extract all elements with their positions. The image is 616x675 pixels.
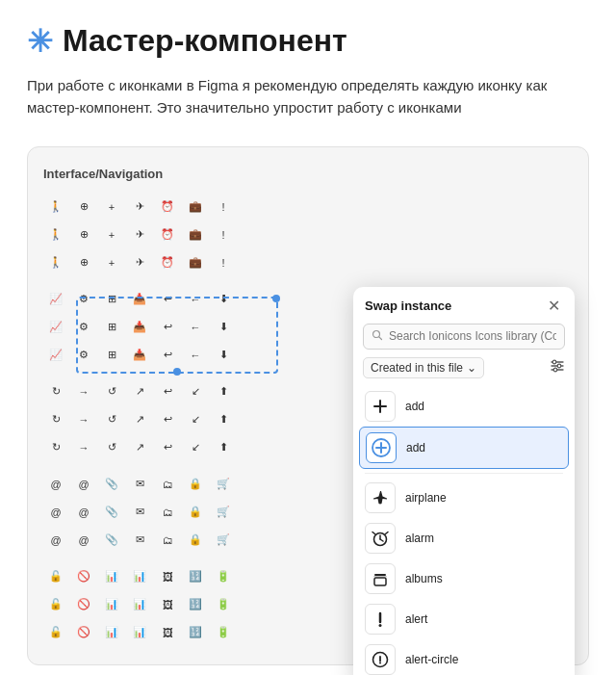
icon-cell[interactable]: 🔓 [43, 620, 68, 645]
icon-cell[interactable]: 📎 [99, 500, 124, 525]
icon-cell[interactable]: ↩ [155, 315, 180, 340]
icon-cell[interactable]: ⚙ [71, 343, 96, 368]
icon-cell[interactable]: 🚫 [71, 592, 96, 617]
icon-cell[interactable]: 📈 [43, 287, 68, 312]
icon-cell[interactable]: 🚫 [71, 564, 96, 589]
icon-cell[interactable]: ⬇ [211, 287, 236, 312]
search-bar[interactable] [363, 324, 565, 350]
adjust-icon[interactable] [550, 358, 565, 376]
icon-cell[interactable]: ↗ [127, 435, 152, 460]
icon-cell[interactable]: ✉ [127, 472, 152, 497]
icon-cell[interactable]: ⊞ [99, 315, 124, 340]
icon-cell[interactable]: + [99, 222, 124, 247]
icon-cell[interactable]: ⏰ [155, 250, 180, 275]
icon-cell[interactable]: 📥 [127, 287, 152, 312]
icon-cell[interactable]: @ [43, 500, 68, 525]
icon-cell[interactable]: 🔋 [211, 620, 236, 645]
icon-cell[interactable]: 💼 [183, 195, 208, 220]
icon-cell[interactable]: ⬆ [211, 435, 236, 460]
icon-cell[interactable]: ↩ [155, 343, 180, 368]
icon-cell[interactable]: ⬇ [211, 343, 236, 368]
icon-cell[interactable]: 🔋 [211, 564, 236, 589]
icon-cell[interactable]: 💼 [183, 250, 208, 275]
list-item[interactable]: airplane [359, 478, 569, 518]
icon-cell[interactable]: ↩ [155, 435, 180, 460]
icon-cell[interactable]: ⊕ [71, 195, 96, 220]
icon-cell[interactable]: → [71, 407, 96, 432]
icon-cell[interactable]: 🚶 [43, 250, 68, 275]
icon-cell[interactable]: 🗂 [155, 500, 180, 525]
icon-cell[interactable]: ✈ [127, 222, 152, 247]
icon-cell[interactable]: 🖼 [155, 564, 180, 589]
icon-cell[interactable]: 🚶 [43, 222, 68, 247]
icon-cell[interactable]: 🗂 [155, 472, 180, 497]
icon-cell[interactable]: ✈ [127, 250, 152, 275]
list-item[interactable]: add [359, 386, 569, 427]
icon-cell[interactable]: ! [211, 195, 236, 220]
icon-cell[interactable]: ✈ [127, 195, 152, 220]
icon-cell[interactable]: ↺ [99, 435, 124, 460]
icon-cell[interactable]: + [99, 250, 124, 275]
icon-cell[interactable]: → [71, 379, 96, 404]
icon-cell[interactable]: ⬇ [211, 315, 236, 340]
icon-cell[interactable]: 🔒 [183, 472, 208, 497]
icon-cell[interactable]: 🔢 [183, 564, 208, 589]
icon-cell[interactable]: 🔓 [43, 564, 68, 589]
filter-dropdown[interactable]: Created in this file ⌄ [363, 357, 484, 378]
close-button[interactable]: ✕ [544, 297, 563, 316]
icon-cell[interactable]: 🔋 [211, 592, 236, 617]
icon-cell[interactable]: ↩ [155, 407, 180, 432]
icon-cell[interactable]: ✉ [127, 500, 152, 525]
icon-cell[interactable]: ⚙ [71, 287, 96, 312]
icon-cell[interactable]: @ [43, 528, 68, 553]
icon-cell[interactable]: @ [71, 528, 96, 553]
list-item-active[interactable]: add [359, 427, 569, 469]
icon-cell[interactable]: ⊕ [71, 222, 96, 247]
icon-cell[interactable]: ⏰ [155, 222, 180, 247]
icon-cell[interactable]: 📈 [43, 343, 68, 368]
icon-cell[interactable]: 📊 [99, 620, 124, 645]
icon-cell[interactable]: ! [211, 222, 236, 247]
icon-cell[interactable]: 🗂 [155, 528, 180, 553]
icon-cell[interactable]: 📊 [127, 620, 152, 645]
icon-cell[interactable]: ⊕ [71, 250, 96, 275]
icon-cell[interactable]: ↙ [183, 379, 208, 404]
icon-cell[interactable]: ! [211, 250, 236, 275]
icon-cell[interactable]: ↻ [43, 407, 68, 432]
icon-cell[interactable]: 📊 [127, 592, 152, 617]
icon-cell[interactable]: ⊞ [99, 343, 124, 368]
icon-cell[interactable]: 🔢 [183, 592, 208, 617]
icon-cell[interactable]: ↗ [127, 407, 152, 432]
icon-cell[interactable]: 📊 [99, 564, 124, 589]
icon-cell[interactable]: ↙ [183, 435, 208, 460]
icon-cell[interactable]: ⊞ [99, 287, 124, 312]
icon-cell[interactable]: ↻ [43, 379, 68, 404]
icon-cell[interactable]: @ [43, 472, 68, 497]
search-input[interactable] [389, 329, 556, 343]
icon-cell[interactable]: 🔒 [183, 500, 208, 525]
icon-cell[interactable]: ⬆ [211, 379, 236, 404]
list-item[interactable]: alarm [359, 518, 569, 558]
list-item[interactable]: albums [359, 558, 569, 599]
icon-cell[interactable]: ↩ [155, 287, 180, 312]
icon-cell[interactable]: ⏰ [155, 195, 180, 220]
icon-cell[interactable]: 📎 [99, 528, 124, 553]
icon-cell[interactable]: ✉ [127, 528, 152, 553]
icon-cell[interactable]: ↺ [99, 407, 124, 432]
icon-cell[interactable]: 🛒 [211, 528, 236, 553]
icon-cell[interactable]: ← [183, 315, 208, 340]
icon-cell[interactable]: 📈 [43, 315, 68, 340]
icon-cell[interactable]: ← [183, 287, 208, 312]
icon-cell[interactable]: 🛒 [211, 500, 236, 525]
icon-cell[interactable]: ← [183, 343, 208, 368]
list-item[interactable]: alert [359, 599, 569, 639]
icon-cell[interactable]: ⬆ [211, 407, 236, 432]
icon-cell[interactable]: 📥 [127, 315, 152, 340]
icon-cell[interactable]: 🚫 [71, 620, 96, 645]
icon-cell[interactable]: 🔓 [43, 592, 68, 617]
list-item[interactable]: alert-circle [359, 639, 569, 676]
icon-cell[interactable]: 📊 [99, 592, 124, 617]
icon-cell[interactable]: 📊 [127, 564, 152, 589]
icon-cell[interactable]: ↗ [127, 379, 152, 404]
icon-cell[interactable]: ↙ [183, 407, 208, 432]
